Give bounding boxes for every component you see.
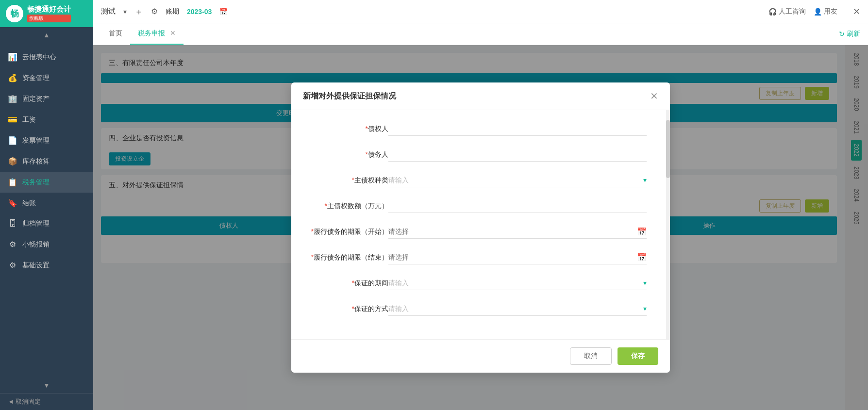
tabs-bar: 首页 税务申报 ✕ ↻ 刷新: [93, 23, 868, 45]
guarantee-period-label: *保证的期间: [311, 279, 388, 288]
start-date-input[interactable]: [388, 225, 637, 238]
sidebar-header: 畅 畅捷通好会计 旗舰版: [0, 0, 93, 27]
modal-footer: 取消 保存: [291, 339, 670, 373]
invoices-icon: 📄: [8, 136, 17, 145]
sidebar-item-archive[interactable]: 🗄 归档管理: [0, 213, 93, 234]
modal-overlay: 新增对外提供保证担保情况 ✕ *债权人: [93, 45, 868, 410]
end-date-wrapper: 📅: [388, 250, 647, 264]
required-star: *: [352, 279, 354, 287]
creditor-label: *债权人: [311, 125, 388, 133]
sidebar-item-label: 归档管理: [22, 219, 50, 228]
field-debt-type: *主债权种类 ▾: [311, 173, 647, 187]
modal-header: 新增对外提供保证担保情况 ✕: [291, 82, 670, 110]
guarantee-method-chevron-icon[interactable]: ▾: [643, 305, 647, 312]
gear-icon[interactable]: ⚙: [151, 7, 158, 16]
archive-icon: 🗄: [8, 219, 17, 228]
guarantee-period-input[interactable]: [388, 276, 643, 290]
tab-home[interactable]: 首页: [101, 23, 130, 45]
start-date-label: *履行债务的期限（开始）: [311, 228, 388, 236]
topbar: 测试 ▾ ＋ ⚙ 账期 2023-03 📅 🎧 人工咨询 👤 用友 ✕: [93, 0, 868, 23]
tab-tax-filing-label: 税务申报: [138, 29, 165, 37]
debt-type-label: *主债权种类: [311, 176, 388, 185]
modal-scrollbar-thumb[interactable]: [666, 120, 670, 178]
end-date-input[interactable]: [388, 250, 637, 264]
sidebar-item-settings[interactable]: ⚙ 基础设置: [0, 255, 93, 276]
sidebar-title: 畅捷通好会计: [27, 5, 71, 14]
sidebar-item-label: 小畅报销: [22, 240, 50, 249]
topbar-right: 🎧 人工咨询 👤 用友 ✕: [768, 6, 860, 17]
tab-close-icon[interactable]: ✕: [170, 29, 176, 37]
guarantee-method-select[interactable]: ▾: [388, 302, 647, 316]
tab-tax-filing[interactable]: 税务申报 ✕: [130, 23, 184, 45]
sidebar-scroll-up[interactable]: ▲: [0, 27, 93, 43]
sidebar-item-cloud-reports[interactable]: 📊 云报表中心: [0, 47, 93, 67]
field-debtor: *债务人: [311, 148, 647, 162]
debt-type-chevron-icon[interactable]: ▾: [643, 176, 647, 184]
topbar-close-icon[interactable]: ✕: [853, 6, 860, 17]
required-star: *: [311, 228, 314, 235]
service-link[interactable]: 🎧 人工咨询: [768, 7, 806, 16]
save-button[interactable]: 保存: [618, 347, 658, 365]
sidebar-item-label: 固定资产: [22, 95, 50, 103]
guarantee-period-select[interactable]: ▾: [388, 276, 647, 290]
required-star: *: [366, 125, 368, 132]
sidebar-item-fixed-assets[interactable]: 🏢 固定资产: [0, 88, 93, 109]
period-label: 账期: [166, 7, 179, 16]
sidebar-item-payroll[interactable]: 💳 工资: [0, 109, 93, 130]
required-star: *: [366, 150, 368, 158]
sidebar-unpin[interactable]: ◄ 取消固定: [0, 393, 93, 410]
calendar-icon[interactable]: 📅: [219, 8, 228, 16]
refresh-icon: ↻: [839, 30, 845, 38]
required-star: *: [325, 202, 327, 210]
creditor-input[interactable]: [388, 122, 647, 136]
sidebar-nav: 📊 云报表中心 💰 资金管理 🏢 固定资产 💳 工资 📄 发票管理 📦: [0, 43, 93, 377]
expense-icon: ⚙: [8, 240, 17, 249]
sidebar-item-label: 云报表中心: [22, 53, 56, 62]
sidebar-item-label: 结账: [22, 199, 36, 208]
refresh-button[interactable]: ↻ 刷新: [839, 30, 860, 38]
end-date-calendar-icon[interactable]: 📅: [637, 253, 647, 262]
sidebar: 畅 畅捷通好会计 旗舰版 ▲ 📊 云报表中心 💰 资金管理 🏢 固定资产 💳: [0, 0, 93, 410]
service-label: 人工咨询: [779, 7, 806, 16]
field-end-date: *履行债务的期限（结束） 📅: [311, 250, 647, 264]
tax-icon: 📋: [8, 178, 17, 187]
inventory-icon: 📦: [8, 157, 17, 166]
refresh-label: 刷新: [847, 30, 860, 38]
field-guarantee-method: *保证的方式 ▾: [311, 302, 647, 316]
sidebar-item-invoices[interactable]: 📄 发票管理: [0, 130, 93, 151]
sidebar-badge: 旗舰版: [27, 15, 71, 22]
sidebar-item-label: 基础设置: [22, 261, 50, 270]
sidebar-scroll-down[interactable]: ▼: [0, 377, 93, 393]
debtor-label: *债务人: [311, 150, 388, 159]
sidebar-logo: 畅: [6, 5, 23, 22]
debtor-input[interactable]: [388, 148, 647, 162]
sidebar-item-expense[interactable]: ⚙ 小畅报销: [0, 234, 93, 255]
debt-type-select[interactable]: ▾: [388, 173, 647, 187]
add-icon[interactable]: ＋: [134, 6, 143, 17]
debt-amount-input[interactable]: [388, 199, 647, 213]
modal-close-icon[interactable]: ✕: [650, 90, 658, 102]
sidebar-item-funds[interactable]: 💰 资金管理: [0, 67, 93, 88]
sidebar-item-label: 发票管理: [22, 136, 50, 145]
modal-body: *债权人 *债务人: [291, 110, 666, 339]
sidebar-item-label: 资金管理: [22, 74, 50, 82]
sidebar-item-tax[interactable]: 📋 税务管理: [0, 172, 93, 193]
app-container: 畅 畅捷通好会计 旗舰版 ▲ 📊 云报表中心 💰 资金管理 🏢 固定资产 💳: [0, 0, 868, 410]
payroll-icon: 💳: [8, 115, 17, 124]
settlement-icon: 🔖: [8, 198, 17, 208]
sidebar-item-label: 库存核算: [22, 157, 50, 166]
debt-type-input[interactable]: [388, 173, 643, 187]
company-chevron-icon[interactable]: ▾: [123, 8, 127, 16]
cancel-button[interactable]: 取消: [570, 347, 612, 365]
sidebar-item-inventory[interactable]: 📦 库存核算: [0, 151, 93, 172]
headset-icon: 🎧: [768, 8, 777, 16]
start-date-calendar-icon[interactable]: 📅: [637, 227, 647, 236]
guarantee-period-chevron-icon[interactable]: ▾: [643, 279, 647, 287]
user-icon: 👤: [814, 8, 822, 16]
sidebar-item-settlement[interactable]: 🔖 结账: [0, 193, 93, 213]
period-value: 2023-03: [187, 8, 212, 16]
modal-scrollbar[interactable]: [666, 110, 670, 339]
guarantee-method-input[interactable]: [388, 302, 643, 315]
user-menu[interactable]: 👤 用友: [814, 7, 837, 16]
sidebar-item-label: 税务管理: [22, 178, 50, 187]
